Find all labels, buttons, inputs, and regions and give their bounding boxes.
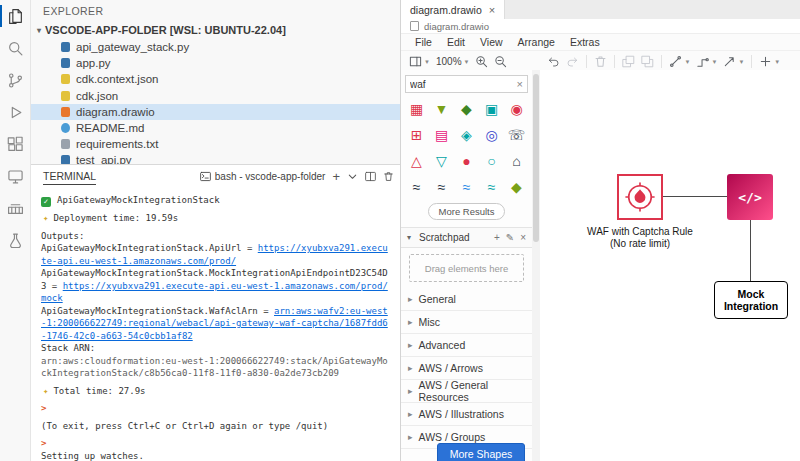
terminal-dropdown-icon[interactable] — [347, 171, 358, 182]
panel-toggle-button[interactable]: ▼ — [406, 53, 433, 70]
teal-diamond-shape-icon[interactable]: ◈ — [457, 125, 476, 144]
clear-search-icon[interactable]: × — [517, 78, 523, 90]
section-label: AWS / General Resources — [419, 379, 525, 403]
wifi-blue-shape-icon[interactable]: ≈ — [457, 177, 476, 196]
terminal-session[interactable]: bash - vscode-app-folder — [200, 171, 326, 182]
network-firewall-shape-icon[interactable]: ◆ — [457, 99, 476, 118]
shape-search-input[interactable] — [410, 79, 510, 90]
menu-file[interactable]: File — [415, 36, 432, 48]
watch-line: Setting up watches. — [41, 450, 393, 461]
insert-button[interactable]: ▼ — [756, 53, 783, 70]
wifi-dark-shape-2-icon[interactable]: ≈ — [432, 177, 451, 196]
scratchpad-add-icon[interactable]: + — [494, 232, 500, 243]
diagram-canvas[interactable]: WAF with Captcha Rule (No rate limit) </… — [540, 70, 800, 461]
file-label: README.md — [76, 122, 144, 134]
edge-waf-to-apigw[interactable] — [663, 196, 727, 197]
phone-shape-icon[interactable]: ☏ — [507, 125, 526, 144]
menu-edit[interactable]: Edit — [447, 36, 465, 48]
split-terminal-icon[interactable] — [365, 171, 376, 182]
section-misc[interactable]: ▸Misc — [401, 311, 532, 334]
menu-extras[interactable]: Extras — [570, 36, 600, 48]
waf-node-label: WAF with Captcha Rule (No rate limit) — [577, 226, 703, 249]
pink-card-shape-icon[interactable]: ▤ — [432, 125, 451, 144]
scratchpad-dropzone[interactable]: Drag elements here — [409, 254, 524, 282]
scratchpad-header[interactable]: ▾ Scratchpad + ✎ × — [401, 227, 532, 248]
scrollbar-thumb[interactable] — [533, 74, 539, 242]
more-results-button[interactable]: More Results — [428, 203, 506, 220]
red-grid-shape-icon[interactable]: ⊞ — [407, 125, 426, 144]
scratchpad-close-icon[interactable]: × — [520, 232, 526, 243]
files-icon — [7, 8, 24, 25]
shape-palette: × ▦▼◆▣◉⊞▤◈◎☏△▽●○⌂≈≈≈≈◆ More Results ▾ Sc… — [401, 70, 532, 461]
file-item-requirements[interactable]: requirements.txt — [31, 136, 400, 152]
to-back-button[interactable] — [638, 53, 657, 70]
mock-integration-node[interactable]: Mock Integration — [714, 281, 788, 319]
kill-terminal-icon[interactable] — [383, 171, 394, 182]
teal-triangle-shape-icon[interactable]: ▽ — [432, 151, 451, 170]
scratchpad-title: Scratchpad — [419, 232, 470, 243]
testing-activity-button[interactable] — [0, 224, 30, 256]
zoom-level-label: 100% — [436, 56, 462, 67]
file-item-readme[interactable]: README.md — [31, 120, 400, 136]
containers-activity-button[interactable] — [0, 192, 30, 224]
zoom-out-button[interactable] — [491, 53, 510, 70]
search-activity-button[interactable] — [0, 32, 30, 64]
wifi-teal-shape-icon[interactable]: ≈ — [482, 177, 501, 196]
shape-results-grid: ▦▼◆▣◉⊞▤◈◎☏△▽●○⌂≈≈≈≈◆ — [401, 97, 532, 198]
explorer-root-folder[interactable]: ▾ VSCODE-APP-FOLDER [WSL: UBUNTU-22.04] — [31, 21, 400, 39]
mock-endpoint-link[interactable]: https://xyubxva291.execute-api.eu-west-1… — [41, 281, 388, 304]
red-dot-shape-icon[interactable]: ● — [457, 151, 476, 170]
wifi-dark-shape-icon[interactable]: ≈ — [407, 177, 426, 196]
trash-icon — [594, 55, 607, 68]
extensions-activity-button[interactable] — [0, 128, 30, 160]
home-shape-icon[interactable]: ⌂ — [507, 151, 526, 170]
delete-button[interactable] — [591, 53, 610, 70]
section-advanced[interactable]: ▸Advanced — [401, 334, 532, 357]
section-general[interactable]: ▸General — [401, 288, 532, 311]
firewall-manager-shape-icon[interactable]: ▼ — [432, 99, 451, 118]
breadcrumb[interactable]: diagram.drawio — [401, 19, 800, 33]
zoom-level-button[interactable]: 100% ▼ — [433, 53, 473, 70]
remote-explorer-activity-button[interactable] — [0, 160, 30, 192]
redo-button[interactable] — [563, 53, 582, 70]
section-aws-general-resources[interactable]: ▸AWS / General Resources — [401, 380, 532, 403]
detective-shape-icon[interactable]: ◉ — [507, 99, 526, 118]
arrow-style-button[interactable]: ▼ — [720, 53, 747, 70]
tab-diagram-drawio[interactable]: diagram.drawio × — [401, 0, 505, 19]
file-item-cdk-context[interactable]: cdk.context.json — [31, 71, 400, 87]
run-debug-activity-button[interactable] — [0, 96, 30, 128]
scratchpad-edit-icon[interactable]: ✎ — [506, 232, 514, 243]
file-item-test-api[interactable]: test_api.py — [31, 152, 400, 164]
red-triangle-shape-icon[interactable]: △ — [407, 151, 426, 170]
new-terminal-button[interactable]: + — [332, 170, 340, 183]
palette-scrollbar[interactable] — [532, 70, 540, 461]
menu-view[interactable]: View — [480, 36, 503, 48]
drawio-editor-pane: diagram.drawio × diagram.drawio File Edi… — [400, 0, 800, 461]
globe-shape-icon[interactable]: ◎ — [482, 125, 501, 144]
more-shapes-button[interactable]: More Shapes — [437, 443, 525, 461]
waypoints-button[interactable]: ▼ — [693, 53, 720, 70]
file-item-cdk-json[interactable]: cdk.json — [31, 88, 400, 104]
file-item-diagram-drawio[interactable]: diagram.drawio — [31, 104, 400, 120]
section-label: AWS / Illustrations — [419, 408, 504, 420]
source-control-activity-button[interactable] — [0, 64, 30, 96]
connection-style-button[interactable]: ▼ — [666, 53, 693, 70]
file-item-app[interactable]: app.py — [31, 55, 400, 71]
undo-button[interactable] — [544, 53, 563, 70]
green-diamond-shape-icon[interactable]: ◆ — [507, 177, 526, 196]
section-aws-illustrations[interactable]: ▸AWS / Illustrations — [401, 403, 532, 426]
terminal-tab[interactable]: TERMINAL — [43, 167, 96, 185]
edge-apigw-to-mock[interactable] — [750, 220, 751, 281]
security-hub-shape-icon[interactable]: ▣ — [482, 99, 501, 118]
file-item-api-gateway-stack[interactable]: api_gateway_stack.py — [31, 39, 400, 55]
waf-node[interactable] — [617, 174, 663, 220]
zoom-in-button[interactable] — [472, 53, 491, 70]
api-gateway-node[interactable]: </> — [727, 174, 773, 220]
teal-ring-shape-icon[interactable]: ○ — [482, 151, 501, 170]
to-front-button[interactable] — [619, 53, 638, 70]
close-icon[interactable]: × — [489, 4, 495, 16]
section-aws-arrows[interactable]: ▸AWS / Arrows — [401, 357, 532, 380]
menu-arrange[interactable]: Arrange — [518, 36, 555, 48]
explorer-activity-button[interactable] — [0, 0, 30, 32]
waf-shape-icon[interactable]: ▦ — [407, 99, 426, 118]
